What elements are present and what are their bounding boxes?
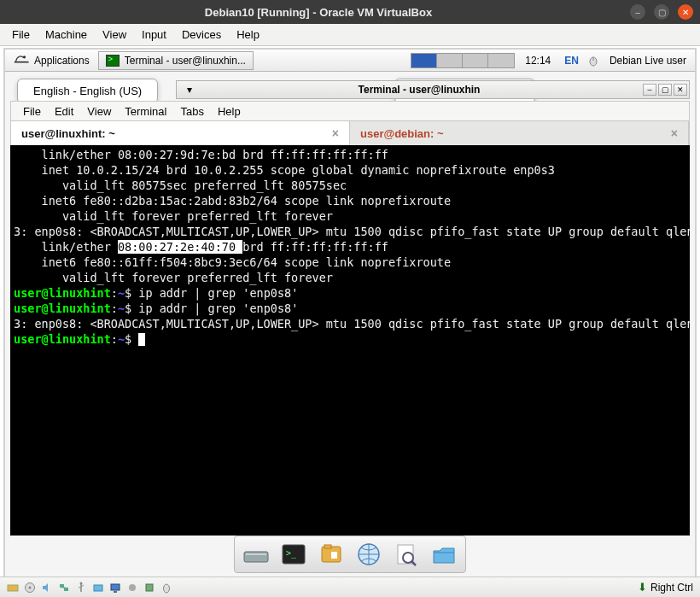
svg-rect-10 xyxy=(331,552,337,559)
recording-icon[interactable] xyxy=(126,582,138,594)
applications-menu-button[interactable]: Applications xyxy=(9,52,95,69)
taskbar-terminal-button[interactable]: Terminal - user@linuxhin... xyxy=(98,51,254,70)
display-icon[interactable] xyxy=(109,582,121,594)
terminal-window-title: Terminal - user@linuxhin xyxy=(195,84,643,96)
terminal-tab-2[interactable]: user@debian: ~ × xyxy=(350,121,689,145)
vbox-menu-machine[interactable]: Machine xyxy=(38,26,94,44)
dock-web-browser[interactable] xyxy=(354,540,383,569)
workspace-4[interactable] xyxy=(488,54,514,67)
terminal-output[interactable]: link/ether 08:00:27:9d:7e:bd brd ff:ff:f… xyxy=(10,145,690,536)
workspace-2[interactable] xyxy=(437,54,463,67)
close-button[interactable]: ✕ xyxy=(678,4,693,20)
term-menu-terminal[interactable]: Terminal xyxy=(118,103,173,120)
svg-text:>_: >_ xyxy=(286,548,297,559)
mouse-integration-icon[interactable] xyxy=(160,582,172,594)
vbox-menu-input[interactable]: Input xyxy=(135,26,173,44)
keyboard-language-indicator[interactable]: EN xyxy=(561,55,582,67)
hard-disk-icon[interactable] xyxy=(7,582,19,594)
dock-home-folder[interactable] xyxy=(429,540,458,569)
user-label[interactable]: Debian Live user xyxy=(604,55,691,67)
panel-clock[interactable]: 12:14 xyxy=(520,55,556,67)
svg-point-28 xyxy=(129,584,136,591)
svg-point-1 xyxy=(23,56,26,58)
terminal-maximize-button[interactable]: ▢ xyxy=(658,84,672,96)
dock-terminal[interactable]: >_ xyxy=(279,540,308,569)
cursor xyxy=(138,333,145,346)
xfce-dock: >_ xyxy=(234,536,466,573)
cpu-icon[interactable] xyxy=(143,582,155,594)
shared-folders-icon[interactable] xyxy=(92,582,104,594)
vbox-window-controls: – ▢ ✕ xyxy=(630,4,693,20)
arrow-down-icon: ⬇ xyxy=(638,581,647,594)
term-menu-edit[interactable]: Edit xyxy=(48,103,80,120)
term-menu-file[interactable]: File xyxy=(16,103,48,120)
workspace-3[interactable] xyxy=(463,54,488,67)
svg-rect-4 xyxy=(244,552,268,562)
vbox-menu-devices[interactable]: Devices xyxy=(175,26,228,44)
host-key-label: Right Ctrl xyxy=(650,582,693,594)
workspace-1[interactable] xyxy=(411,54,437,67)
taskbar-label: Terminal - user@linuxhin... xyxy=(125,55,246,67)
vbox-window-title: Debian10 [Running] - Oracle VM VirtualBo… xyxy=(7,6,630,19)
dock-find[interactable] xyxy=(392,540,421,569)
term-menu-tabs[interactable]: Tabs xyxy=(173,103,210,120)
svg-rect-18 xyxy=(60,584,64,588)
svg-point-22 xyxy=(80,582,83,584)
svg-rect-9 xyxy=(324,545,331,548)
vbox-statusbar: ⬇ Right Ctrl xyxy=(0,577,700,597)
terminal-window-titlebar: ▾ Terminal - user@linuxhin – ▢ ✕ xyxy=(176,80,690,99)
usb-icon[interactable] xyxy=(75,582,87,594)
vbox-menu-view[interactable]: View xyxy=(96,26,133,44)
svg-rect-25 xyxy=(94,585,102,591)
svg-rect-5 xyxy=(246,553,266,555)
network-icon[interactable] xyxy=(58,582,70,594)
mouse-icon xyxy=(587,55,599,67)
workspace-switcher[interactable] xyxy=(411,53,515,68)
vbox-menubar: File Machine View Input Devices Help xyxy=(0,24,700,46)
term-menu-help[interactable]: Help xyxy=(211,103,248,120)
dock-file-manager[interactable] xyxy=(317,540,346,569)
close-icon[interactable]: × xyxy=(332,126,339,140)
terminal-minimize-button[interactable]: – xyxy=(643,84,656,96)
xfce-top-panel: Applications Terminal - user@linuxhin...… xyxy=(5,50,695,72)
svg-rect-19 xyxy=(64,588,68,591)
host-key-indicator[interactable]: ⬇ Right Ctrl xyxy=(638,581,693,594)
svg-rect-26 xyxy=(111,584,120,590)
terminal-tab-1-label: user@linuxhint: ~ xyxy=(21,127,115,140)
terminal-close-button[interactable]: ✕ xyxy=(674,84,687,96)
svg-rect-0 xyxy=(15,61,29,62)
vbox-status-icons xyxy=(7,582,172,594)
vbox-menu-help[interactable]: Help xyxy=(230,26,266,44)
maximize-button[interactable]: ▢ xyxy=(654,4,669,20)
app-menu-icon[interactable]: ▾ xyxy=(184,84,195,96)
guest-screen: Applications Terminal - user@linuxhin...… xyxy=(3,48,697,578)
minimize-button[interactable]: – xyxy=(630,4,645,20)
svg-point-17 xyxy=(29,586,32,588)
svg-point-30 xyxy=(164,584,170,593)
terminal-tab-2-label: user@debian: ~ xyxy=(360,127,444,140)
ime-popup-left[interactable]: English - English (US) xyxy=(17,79,158,103)
vbox-titlebar: Debian10 [Running] - Oracle VM VirtualBo… xyxy=(0,0,700,24)
applications-label: Applications xyxy=(34,55,90,67)
svg-rect-29 xyxy=(146,584,153,591)
vbox-menu-file[interactable]: File xyxy=(5,26,37,44)
terminal-tab-1[interactable]: user@linuxhint: ~ × xyxy=(11,121,350,145)
terminal-icon xyxy=(106,55,120,67)
applications-icon xyxy=(14,54,31,67)
term-menu-view[interactable]: View xyxy=(80,103,118,120)
svg-line-14 xyxy=(411,561,416,565)
selected-text[interactable]: 08:00:27:2e:40:70 xyxy=(118,240,242,254)
svg-rect-15 xyxy=(8,585,18,591)
panel-right: 12:14 EN Debian Live user xyxy=(411,53,691,68)
dock-show-desktop[interactable] xyxy=(242,540,271,569)
optical-disk-icon[interactable] xyxy=(24,582,36,594)
terminal-tabbar: user@linuxhint: ~ × user@debian: ~ × xyxy=(10,121,690,145)
terminal-menubar: File Edit View Terminal Tabs Help xyxy=(10,101,690,121)
audio-icon[interactable] xyxy=(41,582,53,594)
close-icon[interactable]: × xyxy=(671,126,678,140)
